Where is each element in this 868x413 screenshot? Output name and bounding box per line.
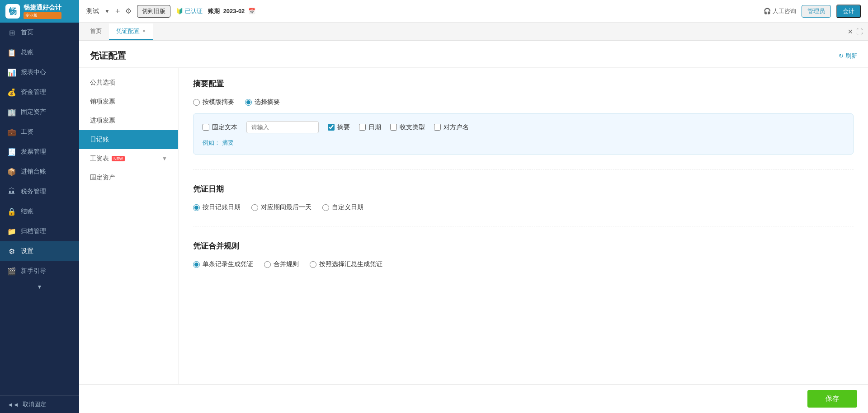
switch-old-version-button[interactable]: 切到旧版 (137, 5, 170, 18)
sidebar-nav: ⊞ 首页 📋 总账 📊 报表中心 💰 资金管理 🏢 固定资产 💼 工资 🧾 发票… (0, 23, 79, 395)
digest-template-radio[interactable] (193, 99, 200, 106)
sidebar-item-guide[interactable]: 🎬 新手引导 (0, 261, 79, 281)
cancel-fixed-btn[interactable]: ◄◄ 取消固定 (0, 395, 79, 413)
headset-icon: 🎧 (764, 8, 771, 14)
sidebar-item-label: 总账 (21, 48, 33, 56)
period-label: 账期 (208, 8, 220, 14)
nav-item-public[interactable]: 公共选项 (79, 73, 178, 92)
tab-voucher-config[interactable]: 凭证配置 × (109, 23, 153, 40)
fixed-text-checkbox-input[interactable] (203, 124, 209, 131)
date-lastday-radio[interactable] (251, 204, 258, 211)
nav-item-sales[interactable]: 销项发票 (79, 92, 178, 111)
sidebar-item-tax[interactable]: 🏛 税务管理 (0, 182, 79, 202)
company-settings-button[interactable]: ⚙ (125, 7, 132, 15)
payment-type-checkbox-input[interactable] (390, 124, 397, 131)
digest-example: 例如： 摘要 (203, 139, 844, 147)
company-dropdown-icon[interactable]: ▼ (104, 8, 110, 14)
sidebar-item-settings[interactable]: ⚙ 设置 (0, 241, 79, 261)
tabbar-actions: × ⛶ (848, 28, 863, 36)
save-button[interactable]: 保存 (807, 390, 857, 408)
sidebar-item-label: 报表中心 (21, 68, 46, 76)
logo-name: 畅捷通好会计 (24, 4, 61, 11)
digest-checkbox-input[interactable] (328, 124, 335, 131)
manager-button[interactable]: 管理员 (802, 5, 831, 18)
page-title: 凭证配置 (90, 50, 126, 62)
merge-radio-rules[interactable]: 合并规则 (264, 260, 299, 268)
consult-button[interactable]: 🎧 人工咨询 (764, 7, 796, 15)
sidebar-item-salary[interactable]: 💼 工资 (0, 122, 79, 142)
sidebar-item-close[interactable]: 🔒 结账 (0, 202, 79, 221)
digest-radio-select[interactable]: 选择摘要 (245, 98, 280, 106)
merge-single-radio[interactable] (193, 261, 200, 268)
sidebar-item-ledger[interactable]: 📋 总账 (0, 42, 79, 62)
date-custom-label: 自定义日期 (332, 203, 363, 211)
sidebar-item-label: 工资 (21, 128, 33, 136)
add-company-button[interactable]: + (115, 7, 120, 15)
nav-item-purchase[interactable]: 进项发票 (79, 111, 178, 130)
sidebar-item-report[interactable]: 📊 报表中心 (0, 62, 79, 82)
sidebar-logo: 畅 畅捷通好会计 专业版 (0, 0, 79, 23)
footer-bar: 保存 (79, 384, 868, 413)
sidebar-item-label: 结账 (21, 207, 33, 216)
tab-voucher-config-label: 凭证配置 (116, 27, 140, 35)
tabbar-close-button[interactable]: × (848, 28, 853, 36)
sidebar-item-invoice[interactable]: 🧾 发票管理 (0, 142, 79, 162)
purchase-icon: 📦 (7, 167, 16, 176)
tabbar-expand-button[interactable]: ⛶ (856, 28, 863, 35)
sidebar-item-purchase[interactable]: 📦 进销台账 (0, 162, 79, 182)
sidebar-item-label: 新手引导 (21, 267, 46, 275)
merge-single-label: 单条记录生成凭证 (203, 260, 253, 268)
date-checkbox-input[interactable] (359, 124, 366, 131)
topbar: 测试 ▼ + ⚙ 切到旧版 🔰 已认证 账期 2023-02 📅 🎧 人工咨询 … (79, 0, 868, 23)
tax-icon: 🏛 (7, 187, 16, 196)
verified-badge: 🔰 已认证 (176, 7, 203, 15)
digest-checkbox[interactable]: 摘要 (328, 123, 350, 131)
nav-item-payroll-label: 工资表 (90, 155, 109, 163)
merge-radio-summary[interactable]: 按照选择汇总生成凭证 (310, 260, 382, 268)
sidebar-item-capital[interactable]: 💰 资金管理 (0, 82, 79, 102)
merge-section-title: 凭证合并规则 (193, 241, 854, 251)
tab-voucher-config-close[interactable]: × (142, 28, 146, 34)
merge-rules-radio[interactable] (264, 261, 271, 268)
date-custom-radio[interactable] (322, 204, 329, 211)
sidebar-item-label: 发票管理 (21, 148, 46, 156)
counterparty-checkbox[interactable]: 对方户名 (434, 123, 469, 131)
invoice-icon: 🧾 (7, 147, 16, 156)
cancel-fixed-label: 取消固定 (23, 400, 46, 408)
left-nav: 公共选项 销项发票 进项发票 日记账 工资表 NEW ▼ (79, 68, 179, 384)
digest-radio-template[interactable]: 按模版摘要 (193, 98, 234, 106)
payment-type-label: 收支类型 (400, 123, 425, 131)
digest-select-radio[interactable] (245, 99, 252, 106)
counterparty-checkbox-input[interactable] (434, 124, 441, 131)
sidebar-item-archive[interactable]: 📁 归档管理 (0, 221, 79, 241)
accountant-button[interactable]: 会计 (836, 5, 861, 18)
date-checkbox[interactable]: 日期 (359, 123, 381, 131)
merge-summary-radio[interactable] (310, 261, 316, 268)
payment-type-checkbox[interactable]: 收支类型 (390, 123, 425, 131)
date-radio-group: 按日记账日期 对应期间最后一天 自定义日期 (193, 203, 854, 211)
calendar-icon[interactable]: 📅 (248, 8, 255, 14)
date-radio-custom[interactable]: 自定义日期 (322, 203, 363, 211)
sidebar-item-assets[interactable]: 🏢 固定资产 (0, 102, 79, 122)
sidebar-item-home[interactable]: ⊞ 首页 (0, 23, 79, 42)
digest-label: 摘要 (337, 123, 350, 131)
scroll-down-arrow: ▼ (37, 284, 42, 290)
merge-radio-single[interactable]: 单条记录生成凭证 (193, 260, 253, 268)
new-badge: NEW (112, 156, 125, 161)
close-account-icon: 🔒 (7, 207, 16, 216)
example-value: 摘要 (222, 139, 234, 146)
nav-item-payroll[interactable]: 工资表 NEW ▼ (79, 149, 178, 168)
date-journal-radio[interactable] (193, 204, 200, 211)
refresh-button[interactable]: ↻ 刷新 (839, 52, 857, 60)
nav-item-journal[interactable]: 日记账 (79, 130, 178, 149)
date-radio-lastday[interactable]: 对应期间最后一天 (251, 203, 311, 211)
fixed-text-input[interactable] (246, 121, 319, 133)
tab-home[interactable]: 首页 (83, 23, 109, 40)
payroll-expand-icon: ▼ (162, 155, 167, 162)
section-digest: 摘要配置 按模版摘要 选择摘要 (193, 79, 854, 169)
sidebar-item-label: 税务管理 (21, 188, 46, 196)
fixed-text-label: 固定文本 (212, 123, 237, 131)
fixed-text-checkbox[interactable]: 固定文本 (203, 123, 237, 131)
date-radio-journal[interactable]: 按日记账日期 (193, 203, 241, 211)
nav-item-fixed-assets[interactable]: 固定资产 (79, 168, 178, 187)
